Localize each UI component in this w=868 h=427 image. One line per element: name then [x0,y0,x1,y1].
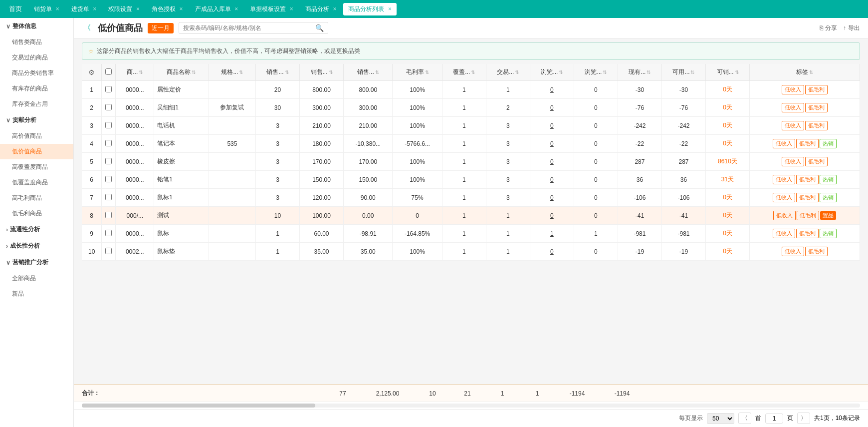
sidebar-item-low-value[interactable]: 低价值商品 [0,144,73,159]
nav-home[interactable]: 首页 [4,2,27,15]
view-link[interactable]: 0 [550,176,554,183]
view-link[interactable]: 0 [550,86,554,93]
close-icon[interactable]: × [290,5,293,12]
column-trade[interactable]: 交易...⇅ [486,64,530,81]
column-sale3[interactable]: 销售...⇅ [344,64,393,81]
cell-view1[interactable]: 0 [530,243,574,261]
row-checkbox[interactable] [105,122,112,128]
close-icon[interactable]: × [56,5,59,12]
column-name[interactable]: 商品名称⇅ [154,64,209,81]
cell-view1[interactable]: 0 [530,99,574,117]
page-size-select[interactable]: 50 100 200 [707,413,734,424]
nav-purchase[interactable]: 进货单 × [66,3,102,15]
nav-sales[interactable]: 销货单 × [29,3,64,15]
row-checkbox[interactable] [105,86,112,92]
row-checkbox[interactable] [105,212,112,218]
sidebar-item-new-products[interactable]: 新品 [0,286,73,302]
column-margin[interactable]: 毛利率⇅ [393,64,442,81]
cell-checkbox[interactable] [102,243,116,261]
column-stock[interactable]: 现有...⇅ [618,64,661,81]
nav-roles[interactable]: 角色授权 × [147,3,188,15]
sidebar-item-inventory-funds[interactable]: 库存资金占用 [0,96,73,112]
close-icon[interactable]: × [333,5,336,12]
export-button[interactable]: ↑ 导出 [843,24,860,32]
sidebar-item-sales-products[interactable]: 销售类商品 [0,34,73,50]
nav-inventory[interactable]: 产成品入库单 × [190,3,243,15]
cell-view1[interactable]: 0 [530,171,574,189]
sidebar-group-circulation[interactable]: › 流通性分析 [0,221,73,238]
sidebar-item-low-coverage[interactable]: 低覆盖度商品 [0,175,73,190]
cell-checkbox[interactable] [102,171,116,189]
view-link[interactable]: 0 [550,248,554,255]
nav-permissions[interactable]: 权限设置 × [103,3,145,15]
sidebar-group-growth[interactable]: › 成长性分析 [0,238,73,254]
column-avail[interactable]: 可用...⇅ [661,64,705,81]
column-cover[interactable]: 覆盖...⇅ [442,64,486,81]
close-icon[interactable]: × [388,5,392,12]
row-checkbox[interactable] [105,104,112,110]
row-checkbox[interactable] [105,230,112,236]
cell-checkbox[interactable] [102,135,116,153]
row-checkbox[interactable] [105,248,112,254]
cell-checkbox[interactable] [102,153,116,171]
column-salable[interactable]: 可销...⇅ [706,64,750,81]
sidebar-item-category-sales[interactable]: 商品分类销售率 [0,65,73,81]
row-checkbox[interactable] [105,140,112,146]
view-link[interactable]: 1 [550,230,554,237]
first-page-btn[interactable]: 〈 [738,413,751,424]
view-link[interactable]: 0 [550,122,554,129]
gear-icon[interactable]: ⚙ [88,68,95,76]
horizontal-scrollbar[interactable] [82,404,860,408]
cell-view1[interactable]: 0 [530,189,574,207]
view-link[interactable]: 0 [550,194,554,201]
cell-view1[interactable]: 0 [530,135,574,153]
sidebar-item-low-margin[interactable]: 低毛利商品 [0,206,73,221]
sidebar-group-marketing[interactable]: ∨ 营销推广分析 [0,254,73,271]
scrollbar-thumb[interactable] [82,404,315,408]
view-link[interactable]: 0 [550,104,554,111]
column-view1[interactable]: 浏览...⇅ [530,64,574,81]
column-sale1[interactable]: 销售...⇅ [255,64,299,81]
sidebar-item-all-products[interactable]: 全部商品 [0,271,73,286]
search-icon[interactable]: 🔍 [315,24,324,32]
cell-view1[interactable]: 0 [530,81,574,99]
select-all-checkbox[interactable] [105,68,112,75]
column-view2[interactable]: 浏览...⇅ [574,64,618,81]
search-input[interactable] [183,24,313,31]
sidebar-collapse-btn[interactable]: 《 [82,23,93,32]
sidebar-item-high-value[interactable]: 高价值商品 [0,128,73,144]
sidebar-item-high-coverage[interactable]: 高覆盖度商品 [0,159,73,175]
cell-view1[interactable]: 1 [530,225,574,243]
view-link[interactable]: 0 [550,158,554,165]
share-button[interactable]: ⎘ 分享 [820,24,837,32]
cell-checkbox[interactable] [102,207,116,225]
row-checkbox[interactable] [105,158,112,164]
next-page-btn[interactable]: 〉 [797,413,810,424]
close-icon[interactable]: × [180,5,183,12]
nav-product-analysis[interactable]: 商品分析 × [300,3,342,15]
column-tags[interactable]: 标签⇅ [750,64,860,81]
column-code[interactable]: 商...⇅ [116,64,154,81]
sidebar-item-stocked-products[interactable]: 有库存的商品 [0,81,73,96]
column-sale2[interactable]: 销售...⇅ [300,64,344,81]
nav-product-analysis-list[interactable]: 商品分析列表 × [343,3,397,15]
row-checkbox[interactable] [105,176,112,182]
sidebar-item-traded-products[interactable]: 交易过的商品 [0,50,73,65]
cell-checkbox[interactable] [102,189,116,207]
cell-view1[interactable]: 0 [530,207,574,225]
close-icon[interactable]: × [93,5,96,12]
close-icon[interactable]: × [136,5,140,12]
cell-checkbox[interactable] [102,99,116,117]
filter-tag-btn[interactable]: 近一月 [148,23,174,33]
cell-view1[interactable]: 0 [530,153,574,171]
sidebar-group-contribution[interactable]: ∨ 贡献分析 [0,112,73,128]
column-gear[interactable]: ⚙ [82,64,102,81]
row-checkbox[interactable] [105,194,112,200]
cell-checkbox[interactable] [102,117,116,135]
cell-checkbox[interactable] [102,81,116,99]
nav-template[interactable]: 单据模板设置 × [245,3,298,15]
sidebar-group-overall[interactable]: ∨ 整体信息 [0,18,73,34]
page-number-input[interactable] [765,414,783,424]
cell-view1[interactable]: 0 [530,117,574,135]
sidebar-item-high-margin[interactable]: 高毛利商品 [0,190,73,206]
